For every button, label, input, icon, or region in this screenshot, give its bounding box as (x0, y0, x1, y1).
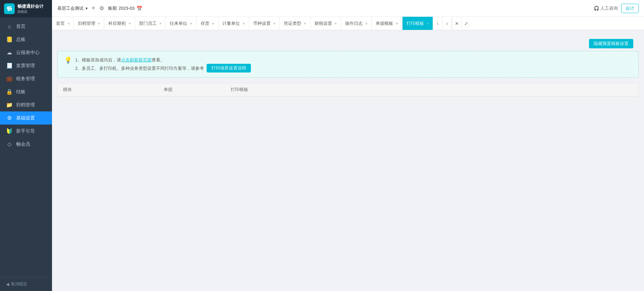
calendar-icon: 📅 (137, 6, 142, 11)
tab-label-currency: 币种设置 (253, 20, 271, 27)
cancel-fixed-label: 取消固定 (11, 281, 27, 287)
tab-unit[interactable]: 计量单位× (218, 17, 249, 30)
sidebar-item-settings[interactable]: ⚙基础设置 (0, 111, 52, 125)
notice-line1-suffix: 查看。 (152, 57, 165, 62)
print-scene-button[interactable]: 打印场景设置说明 (207, 64, 251, 72)
nav-icon-settings: ⚙ (6, 115, 13, 121)
company-selector[interactable]: 基层工会测试 ▾ (57, 5, 88, 11)
notice-line2-prefix: 2、多员工、多打印机、多种业务类型设置不同打印方案等，请参考 (75, 64, 204, 72)
tab-close-archive[interactable]: × (98, 21, 100, 26)
tab-inventory[interactable]: 存货× (197, 17, 218, 30)
tab-home[interactable]: 首页‹ (52, 17, 74, 30)
tab-prev-button[interactable]: ‹ (433, 17, 442, 30)
tab-close-vouchertype[interactable]: × (304, 21, 306, 26)
tab-label-taxsettings: 财税设置 (315, 20, 332, 27)
template-table: 模块 单据 打印模板 (57, 83, 639, 97)
tab-close-printtemplate[interactable]: × (427, 21, 429, 26)
company-chevron-icon: ▾ (86, 6, 88, 11)
sidebar-item-guide[interactable]: 🔰新手引导 (0, 125, 52, 138)
tab-label-oplog: 操作日志 (345, 20, 363, 27)
tab-label-partner: 往来单位 (170, 20, 187, 27)
bulb-icon: 💡 (64, 56, 72, 64)
tab-label-singletemplate: 单据模板 (376, 20, 393, 27)
tab-singletemplate[interactable]: 单据模板× (372, 17, 402, 30)
tab-close-unit[interactable]: × (243, 21, 245, 26)
arrow-left-icon: ◀ (6, 282, 9, 287)
tab-close-department[interactable]: × (159, 21, 161, 26)
tab-archive[interactable]: 归档管理× (74, 17, 104, 30)
tab-vouchertype[interactable]: 凭证类型× (280, 17, 310, 30)
logo-title: 畅捷通好会计 (17, 4, 44, 9)
tab-department[interactable]: 部门员工× (135, 17, 166, 30)
tab-close-taxsettings[interactable]: × (335, 21, 337, 26)
nav-icon-ledger: 📒 (6, 36, 13, 43)
nav-label-home: 首页 (16, 23, 25, 30)
period-selector[interactable]: 账期 2023-03 📅 (108, 5, 143, 11)
tab-subject[interactable]: 科目期初× (104, 17, 135, 30)
tab-close-all-button[interactable]: ✕ (452, 17, 461, 30)
tab-home-label: 首页 (56, 20, 65, 27)
hide-template-button[interactable]: 隐藏预置模板设置 (589, 39, 633, 48)
notice-line2: 2、多员工、多打印机、多种业务类型设置不同打印方案等，请参考 打印场景设置说明 (75, 64, 251, 72)
nav-label-member: 畅会员 (16, 141, 30, 147)
sidebar-item-ledger[interactable]: 📒总账 (0, 33, 52, 46)
topbar-settings-icon[interactable]: ⚙ (99, 5, 104, 11)
notice-refresh-link[interactable]: 点击刷新新页面 (121, 57, 152, 62)
tab-close-singletemplate[interactable]: × (396, 21, 398, 26)
nav-icon-archive: 📁 (6, 102, 13, 108)
tab-partner[interactable]: 往来单位× (166, 17, 196, 30)
tab-home-back-icon: ‹ (68, 21, 69, 26)
kuaiji-button[interactable]: 会计 (621, 4, 639, 13)
tab-close-inventory[interactable]: × (212, 21, 214, 26)
col-header-module: 模块 (63, 87, 164, 93)
tab-close-subject[interactable]: × (128, 21, 130, 26)
nav-label-guide: 新手引导 (16, 128, 35, 134)
sidebar-item-home[interactable]: ⌂首页 (0, 20, 52, 33)
logo-icon: 畅 (4, 3, 15, 14)
sidebar-nav: ⌂首页📒总账☁云报表中心🧾发票管理💼税务管理🔒结账📁归档管理⚙基础设置🔰新手引导… (0, 17, 52, 277)
nav-icon-closing: 🔒 (6, 89, 13, 95)
tab-close-partner[interactable]: × (190, 21, 192, 26)
notice-box: 💡 1、模板添加成功后，请点击刷新新页面查看。 2、多员工、多打印机、多种业务类… (57, 51, 639, 78)
action-bar: 隐藏预置模板设置 (57, 36, 639, 51)
sidebar-item-member[interactable]: ◇畅会员 (0, 138, 52, 151)
tabbar: 首页‹归档管理×科目期初×部门员工×往来单位×存货×计量单位×币种设置×凭证类型… (52, 17, 644, 30)
sidebar-item-archive[interactable]: 📁归档管理 (0, 98, 52, 111)
nav-icon-home: ⌂ (6, 23, 13, 30)
tab-label-inventory: 存货 (201, 20, 209, 27)
tab-next-button[interactable]: › (442, 17, 452, 30)
tab-label-department: 部门员工 (139, 20, 157, 27)
tab-close-oplog[interactable]: × (365, 21, 367, 26)
tab-expand-button[interactable]: ⤢ (461, 17, 471, 30)
tab-printtemplate[interactable]: 打印模板× (402, 17, 433, 30)
nav-label-reports: 云报表中心 (16, 50, 40, 56)
headset-icon: 🎧 (594, 6, 599, 11)
sidebar-item-tax[interactable]: 💼税务管理 (0, 72, 52, 85)
content-area: 隐藏预置模板设置 💡 1、模板添加成功后，请点击刷新新页面查看。 2、多员工、多… (52, 30, 644, 291)
service-button[interactable]: 🎧 人工咨询 (594, 5, 618, 11)
tab-close-currency[interactable]: × (273, 21, 275, 26)
sidebar-item-reports[interactable]: ☁云报表中心 (0, 46, 52, 59)
topbar-actions: 🎧 人工咨询 会计 (594, 4, 639, 13)
company-name: 基层工会测试 (57, 5, 84, 11)
nav-icon-invoice: 🧾 (6, 62, 13, 69)
period-value: 2023-03 (119, 6, 135, 11)
sidebar-item-closing[interactable]: 🔒结账 (0, 85, 52, 98)
nav-label-ledger: 总账 (16, 37, 25, 43)
tab-oplog[interactable]: 操作日志× (341, 17, 372, 30)
notice-text: 1、模板添加成功后，请点击刷新新页面查看。 2、多员工、多打印机、多种业务类型设… (75, 56, 251, 72)
main-area: 基层工会测试 ▾ + ⚙ 账期 2023-03 📅 🎧 人工咨询 会计 首页‹归… (52, 0, 644, 291)
sidebar: 畅 畅捷通好会计 旗舰版 ⌂首页📒总账☁云报表中心🧾发票管理💼税务管理🔒结账📁归… (0, 0, 52, 291)
cancel-fixed-button[interactable]: ◀ 取消固定 (0, 277, 52, 291)
topbar-add-icon[interactable]: + (92, 5, 95, 12)
tab-currency[interactable]: 币种设置× (249, 17, 280, 30)
tab-label-subject: 科目期初 (108, 20, 126, 27)
tab-label-vouchertype: 凭证类型 (284, 20, 301, 27)
tab-taxsettings[interactable]: 财税设置× (311, 17, 341, 30)
tab-label-archive: 归档管理 (78, 20, 95, 27)
notice-line1: 1、模板添加成功后，请点击刷新新页面查看。 (75, 56, 251, 64)
col-header-slip: 单据 (164, 87, 231, 93)
logo-subtitle: 旗舰版 (17, 9, 44, 14)
nav-label-settings: 基础设置 (16, 115, 35, 121)
sidebar-item-invoice[interactable]: 🧾发票管理 (0, 59, 52, 72)
